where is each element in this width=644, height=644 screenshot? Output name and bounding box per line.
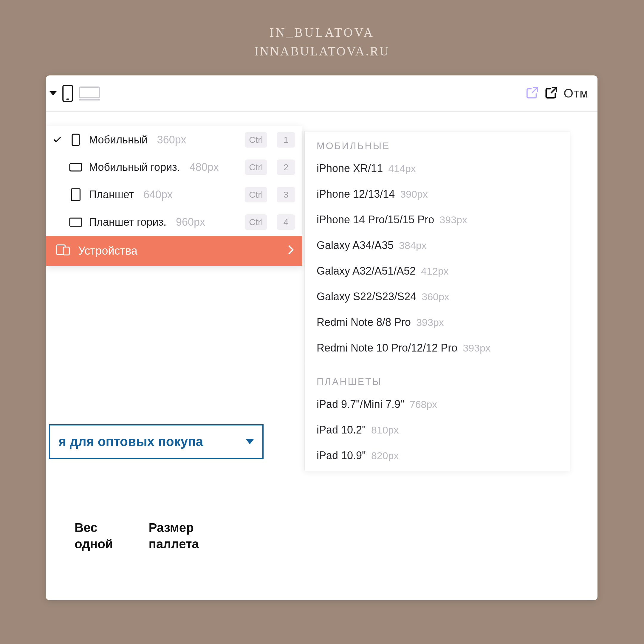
svg-rect-4 xyxy=(72,134,79,145)
svg-rect-5 xyxy=(70,164,82,171)
open-external-light-icon[interactable] xyxy=(525,86,539,101)
device-name: iPhone 14 Pro/15/15 Pro xyxy=(317,213,434,226)
device-px: 393px xyxy=(439,214,467,226)
svg-rect-9 xyxy=(63,247,69,255)
device-item[interactable]: iPad 9.7"/Mini 7.9" 768px xyxy=(305,391,570,417)
devices-icon xyxy=(56,244,70,258)
device-name: iPhone XR/11 xyxy=(317,162,383,175)
toolbar-left xyxy=(48,85,100,102)
tablet-landscape-icon xyxy=(69,217,82,227)
viewport-label: Планшет гориз. xyxy=(89,216,166,228)
tablet-portrait-icon xyxy=(69,188,82,201)
svg-rect-2 xyxy=(80,87,99,98)
device-name: iPad 10.9" xyxy=(317,449,366,462)
viewport-option-mobile[interactable]: Мобильный 360px Ctrl 1 xyxy=(46,126,302,154)
viewport-label: Планшет xyxy=(89,188,134,201)
device-item[interactable]: Galaxy A32/A51/A52 412px xyxy=(305,258,570,284)
device-name: iPad 9.7"/Mini 7.9" xyxy=(317,398,404,411)
desktop-view-icon[interactable] xyxy=(79,85,100,101)
viewport-label: Мобильный xyxy=(89,134,148,146)
cancel-button[interactable]: Отм xyxy=(563,86,589,100)
device-item[interactable]: iPhone 12/13/14 390px xyxy=(305,181,570,207)
editor-window: Отм я для оптовых покупа Вес одной Разме… xyxy=(46,75,597,600)
open-external-icon[interactable] xyxy=(544,86,558,101)
device-name: Redmi Note 10 Pro/12/12 Pro xyxy=(317,342,457,354)
viewport-menu: Мобильный 360px Ctrl 1 Мобильный гориз. … xyxy=(46,126,302,266)
device-px: 360px xyxy=(422,291,449,303)
device-item[interactable]: Redmi Note 10 Pro/12/12 Pro 393px xyxy=(305,335,570,361)
device-px: 384px xyxy=(399,240,427,251)
viewport-label: Мобильный гориз. xyxy=(89,161,180,174)
phone-portrait-icon xyxy=(69,134,82,146)
watermark-line-1: IN_BULATOVA xyxy=(0,23,644,42)
kbd-ctrl: Ctrl xyxy=(245,214,267,230)
device-item[interactable]: Galaxy S22/S23/S24 360px xyxy=(305,284,570,309)
kbd-num: 3 xyxy=(277,187,295,202)
device-section-tablet: ПЛАНШЕТЫ xyxy=(305,367,570,391)
device-item[interactable]: iPad 10.2" 810px xyxy=(305,417,570,443)
divider xyxy=(305,364,570,364)
kbd-ctrl: Ctrl xyxy=(245,187,267,202)
devices-label: Устройства xyxy=(78,244,137,257)
toolbar: Отм xyxy=(46,75,597,112)
table-headers: Вес одной Размер паллета xyxy=(75,520,199,552)
wholesale-select[interactable]: я для оптовых покупа xyxy=(49,424,264,459)
dropdown-caret-icon[interactable] xyxy=(49,91,57,95)
svg-rect-3 xyxy=(79,99,100,100)
device-name: Redmi Note 8/8 Pro xyxy=(317,316,411,329)
col2-a: Размер xyxy=(149,520,199,536)
device-px: 414px xyxy=(388,163,416,174)
viewport-size: 960px xyxy=(176,216,205,228)
kbd-ctrl: Ctrl xyxy=(245,132,267,148)
device-item[interactable]: iPhone XR/11 414px xyxy=(305,156,570,181)
devices-submenu-item[interactable]: Устройства xyxy=(46,236,302,266)
device-name: Galaxy A32/A51/A52 xyxy=(317,265,416,277)
viewport-size: 360px xyxy=(157,134,186,146)
phone-landscape-icon xyxy=(69,163,82,172)
viewport-option-tablet-horizontal[interactable]: Планшет гориз. 960px Ctrl 4 xyxy=(46,208,302,236)
device-item[interactable]: Redmi Note 8/8 Pro 393px xyxy=(305,309,570,335)
watermark-line-2: INNABULATOVA.RU xyxy=(0,42,644,61)
kbd-num: 2 xyxy=(277,160,295,175)
col1-b: одной xyxy=(75,536,113,552)
device-px: 390px xyxy=(400,188,428,200)
chevron-right-icon xyxy=(288,244,294,257)
device-px: 393px xyxy=(463,342,490,354)
watermark: IN_BULATOVA INNABULATOVA.RU xyxy=(0,23,644,61)
device-px: 768px xyxy=(410,399,437,410)
device-px: 820px xyxy=(371,450,399,462)
viewport-option-tablet[interactable]: Планшет 640px Ctrl 3 xyxy=(46,181,302,208)
device-name: Galaxy S22/S23/S24 xyxy=(317,290,416,303)
svg-rect-6 xyxy=(72,189,80,201)
wholesale-select-label: я для оптовых покупа xyxy=(58,434,203,449)
device-name: iPad 10.2" xyxy=(317,424,366,436)
device-px: 412px xyxy=(421,265,449,277)
device-px: 810px xyxy=(371,424,399,436)
kbd-ctrl: Ctrl xyxy=(245,160,267,175)
device-name: iPhone 12/13/14 xyxy=(317,188,395,200)
col2-b: паллета xyxy=(149,536,199,552)
device-item[interactable]: iPad 10.9" 820px xyxy=(305,443,570,468)
device-name: Galaxy A34/A35 xyxy=(317,239,394,252)
kbd-num: 1 xyxy=(277,132,295,148)
svg-rect-7 xyxy=(70,218,82,226)
chevron-down-icon xyxy=(246,439,254,444)
svg-rect-1 xyxy=(66,98,69,100)
viewport-option-mobile-horizontal[interactable]: Мобильный гориз. 480px Ctrl 2 xyxy=(46,154,302,181)
col1-a: Вес xyxy=(75,520,113,536)
device-item[interactable]: iPhone 14 Pro/15/15 Pro 393px xyxy=(305,207,570,233)
check-icon xyxy=(52,135,63,144)
device-px: 393px xyxy=(416,317,444,328)
device-section-mobile: МОБИЛЬНЫЕ xyxy=(305,131,570,156)
viewport-size: 480px xyxy=(190,161,219,174)
device-panel: МОБИЛЬНЫЕ iPhone XR/11 414px iPhone 12/1… xyxy=(305,131,570,471)
viewport-size: 640px xyxy=(143,188,173,201)
kbd-num: 4 xyxy=(277,214,295,230)
mobile-view-icon[interactable] xyxy=(62,85,73,102)
device-item[interactable]: Galaxy A34/A35 384px xyxy=(305,233,570,258)
